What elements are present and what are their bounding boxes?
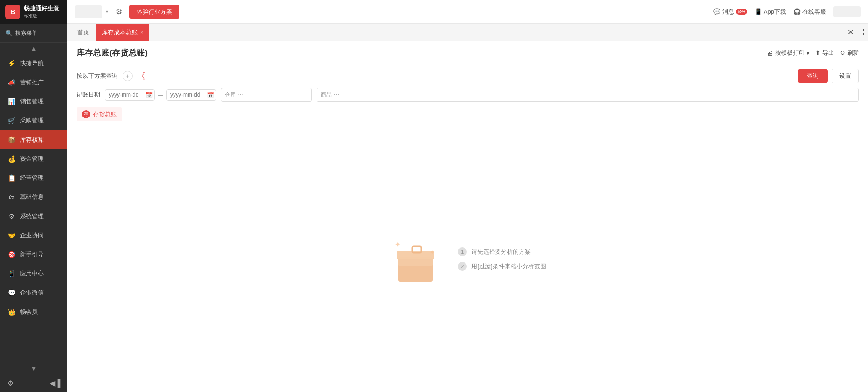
app-download-action[interactable]: 📱 App下载 <box>755 8 786 16</box>
user-avatar-area[interactable]: ▾ <box>75 5 112 18</box>
sidebar: B 畅捷通好生意 标准版 🔍 搜索菜单 ▲ ⚡ 快捷导航 📣 营销推广 📊 销售… <box>0 0 67 392</box>
scheme-filter: 存 存货总账 <box>67 107 868 126</box>
empty-svg: ✦ ✦ <box>389 232 444 286</box>
print-button[interactable]: 🖨 按模板打印 ▾ <box>767 49 810 57</box>
wechat-icon: 💬 <box>7 289 15 297</box>
sidebar-item-operations[interactable]: 📋 经营管理 <box>0 168 67 188</box>
sidebar-search-area[interactable]: 🔍 搜索菜单 <box>0 24 67 43</box>
system-icon: ⚙ <box>7 212 15 220</box>
sidebar-item-sales[interactable]: 📊 销售管理 <box>0 92 67 111</box>
search-menu-label: 搜索菜单 <box>15 29 37 37</box>
print-dropdown-icon: ▾ <box>807 50 810 56</box>
guide-label: 新手引导 <box>20 250 44 259</box>
sidebar-item-system[interactable]: ⚙ 系统管理 <box>0 207 67 226</box>
refresh-button[interactable]: ↻ 刷新 <box>840 49 859 57</box>
sidebar-item-guide[interactable]: 🎯 新手引导 <box>0 245 67 264</box>
tab-inventory-ledger[interactable]: 库存成本总账 × <box>96 24 149 41</box>
footer-audio-icon[interactable]: ◀▐ <box>50 379 60 387</box>
app-logo: B 畅捷通好生意 标准版 <box>0 0 67 24</box>
empty-hints: 1 请先选择要分析的方案 2 用[过滤]条件来缩小分析范围 <box>458 247 546 271</box>
sidebar-item-finance[interactable]: 💰 资金管理 <box>0 149 67 168</box>
online-service-icon: 🎧 <box>793 8 801 15</box>
calendar-start-icon: 📅 <box>145 92 153 98</box>
date-end-field[interactable] <box>170 92 207 98</box>
window-close-button[interactable]: ✕ <box>848 28 853 36</box>
inventory-label: 库存核算 <box>20 136 44 144</box>
sidebar-item-apps[interactable]: 📱 应用中心 <box>0 264 67 283</box>
app-name: 畅捷通好生意 <box>24 5 59 13</box>
dropdown-arrow-icon: ▾ <box>106 9 108 15</box>
refresh-label: 刷新 <box>847 49 859 57</box>
sidebar-scroll-up[interactable]: ▲ <box>0 43 67 54</box>
top-bar-right: 💬 消息 99+ 📱 App下载 🎧 在线客服 <box>713 6 861 17</box>
app-download-icon: 📱 <box>755 8 762 15</box>
message-badge: 99+ <box>736 9 747 15</box>
finance-label: 资金管理 <box>20 155 44 163</box>
marketing-icon: 📣 <box>7 78 15 87</box>
purchase-label: 采购管理 <box>20 117 44 125</box>
filter-add-button[interactable]: + <box>123 71 133 81</box>
tab-home-label: 首页 <box>77 28 89 36</box>
product-select[interactable]: 商品 ··· <box>317 88 859 102</box>
operations-icon: 📋 <box>7 174 15 182</box>
message-action[interactable]: 💬 消息 99+ <box>713 8 747 16</box>
sidebar-item-shortcut[interactable]: ⚡ 快捷导航 <box>0 54 67 73</box>
date-end-input[interactable]: 📅 <box>166 89 216 101</box>
sales-label: 销售管理 <box>20 97 44 106</box>
sidebar-item-purchase[interactable]: 🛒 采购管理 <box>0 111 67 130</box>
sidebar-item-marketing[interactable]: 📣 营销推广 <box>0 73 67 92</box>
refresh-icon: ↻ <box>840 49 845 56</box>
tab-home[interactable]: 首页 <box>71 24 96 41</box>
filter-row-inputs: 记账日期 📅 — 📅 仓库 ··· <box>77 88 859 102</box>
sidebar-item-wechat[interactable]: 💬 企业微信 <box>0 283 67 302</box>
window-expand-button[interactable]: ⛶ <box>857 28 864 36</box>
sidebar-item-member[interactable]: 👑 畅会员 <box>0 302 67 321</box>
apps-icon: 📱 <box>7 270 15 278</box>
settings-text-button[interactable]: 设置 <box>832 69 859 83</box>
system-label: 系统管理 <box>20 212 44 220</box>
finance-icon: 💰 <box>7 155 15 163</box>
tab-active-label: 库存成本总账 <box>102 28 138 36</box>
sidebar-item-basic[interactable]: 🗂 基础信息 <box>0 188 67 207</box>
basic-icon: 🗂 <box>7 193 15 201</box>
filter-row-top: 按以下方案查询 + 《 查询 设置 <box>77 69 859 83</box>
guide-icon: 🎯 <box>7 250 15 259</box>
scheme-icon: 存 <box>82 110 90 118</box>
top-bar-left: ▾ ⚙ 体验行业方案 <box>75 5 713 19</box>
warehouse-select[interactable]: 仓库 ··· <box>221 88 312 102</box>
online-service-label: 在线客服 <box>802 8 826 16</box>
empty-hint-2: 2 用[过滤]条件来缩小分析范围 <box>458 262 546 271</box>
message-label: 消息 <box>722 8 734 16</box>
date-start-field[interactable] <box>109 92 145 98</box>
hint-num-1: 1 <box>458 247 467 256</box>
scheme-item-inventory[interactable]: 存 存货总账 <box>77 107 122 121</box>
cooperation-label: 企业协同 <box>20 231 44 239</box>
export-icon: ⬆ <box>815 49 821 56</box>
empty-illustration: ✦ ✦ <box>389 232 444 286</box>
search-menu-btn[interactable]: 🔍 搜索菜单 <box>5 27 62 39</box>
tab-close-icon[interactable]: × <box>140 30 143 35</box>
date-label: 记账日期 <box>77 91 100 99</box>
warehouse-more-icon[interactable]: ··· <box>238 91 244 99</box>
export-button[interactable]: ⬆ 导出 <box>815 49 834 57</box>
trial-button[interactable]: 体验行业方案 <box>129 5 179 19</box>
sidebar-item-inventory[interactable]: 📦 库存核算 <box>0 130 67 149</box>
product-more-icon[interactable]: ··· <box>333 91 339 99</box>
export-label: 导出 <box>822 49 834 57</box>
filter-collapse-button[interactable]: 《 <box>137 71 145 81</box>
empty-hint-1: 1 请先选择要分析的方案 <box>458 247 546 256</box>
user-name-placeholder <box>833 6 861 17</box>
footer-settings-icon[interactable]: ⚙ <box>7 379 14 387</box>
shortcut-icon: ⚡ <box>7 59 15 67</box>
online-service-action[interactable]: 🎧 在线客服 <box>793 8 826 16</box>
sidebar-scroll-down[interactable]: ▼ <box>0 363 67 374</box>
date-start-input[interactable]: 📅 <box>105 89 155 101</box>
cooperation-icon: 🤝 <box>7 231 15 239</box>
query-button[interactable]: 查询 <box>798 69 828 83</box>
page-container: 库存总账(存货总账) 🖨 按模板打印 ▾ ⬆ 导出 ↻ 刷新 <box>67 41 868 392</box>
member-icon: 👑 <box>7 308 15 316</box>
topbar-settings-icon[interactable]: ⚙ <box>116 7 122 16</box>
sidebar-item-cooperation[interactable]: 🤝 企业协同 <box>0 226 67 245</box>
logo-text: 畅捷通好生意 标准版 <box>24 5 59 19</box>
inventory-icon: 📦 <box>7 136 15 144</box>
